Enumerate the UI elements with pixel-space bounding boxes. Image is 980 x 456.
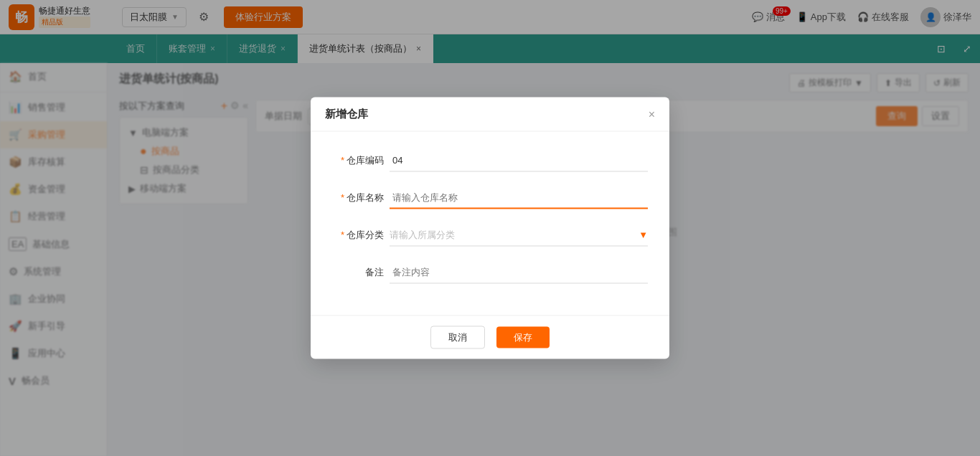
name-label: *仓库名称 bbox=[332, 191, 390, 204]
warehouse-name-input[interactable] bbox=[390, 186, 648, 209]
form-row-name: *仓库名称 bbox=[332, 186, 648, 209]
dialog-close-button[interactable]: × bbox=[649, 108, 655, 120]
dialog-body: *仓库编码 *仓库名称 *仓库分类 请输入所属分类 ▼ 备注 bbox=[311, 132, 669, 315]
warehouse-code-input[interactable] bbox=[390, 149, 648, 172]
code-label: *仓库编码 bbox=[332, 154, 390, 167]
cancel-button[interactable]: 取消 bbox=[430, 326, 485, 349]
category-label: *仓库分类 bbox=[332, 229, 390, 242]
dialog-header: 新增仓库 × bbox=[311, 98, 669, 132]
remark-label: 备注 bbox=[332, 266, 390, 279]
category-placeholder: 请输入所属分类 bbox=[390, 228, 455, 241]
warehouse-remark-input[interactable] bbox=[390, 261, 648, 284]
required-mark-category: * bbox=[341, 229, 344, 240]
new-warehouse-dialog: 新增仓库 × *仓库编码 *仓库名称 *仓库分类 请输入所属分类 ▼ bbox=[311, 98, 669, 359]
category-dropdown-arrow: ▼ bbox=[639, 229, 648, 240]
required-mark-name: * bbox=[341, 192, 344, 203]
save-button[interactable]: 保存 bbox=[496, 327, 550, 348]
dialog-footer: 取消 保存 bbox=[311, 315, 669, 359]
form-row-remark: 备注 bbox=[332, 261, 648, 284]
form-row-category: *仓库分类 请输入所属分类 ▼ bbox=[332, 224, 648, 247]
required-mark-code: * bbox=[341, 155, 344, 166]
dialog-title: 新增仓库 bbox=[325, 108, 368, 121]
warehouse-category-select[interactable]: 请输入所属分类 ▼ bbox=[390, 224, 648, 247]
form-row-code: *仓库编码 bbox=[332, 149, 648, 172]
